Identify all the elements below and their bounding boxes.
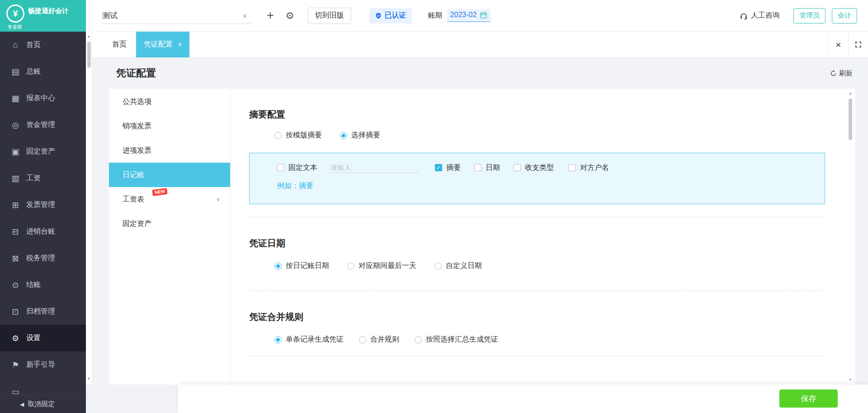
config-item-common-options[interactable]: 公共选项 (109, 89, 230, 114)
sidebar-item-purchase-sale-ledger[interactable]: ⊟ 进销台账 (0, 218, 86, 245)
checkbox-icon[interactable] (514, 164, 521, 171)
settings-gear-button[interactable]: ⚙ (286, 11, 294, 20)
calendar-icon (480, 11, 487, 19)
radio-icon[interactable] (274, 263, 282, 270)
radio-icon[interactable] (415, 336, 422, 343)
sidebar-item-fixed-assets[interactable]: ▣ 固定资产 (0, 138, 86, 165)
summary-example-link[interactable]: 例如：摘要 (277, 181, 825, 191)
config-item-sales-invoice[interactable]: 销项发票 (109, 114, 230, 138)
sidebar-item-archive[interactable]: ⊡ 归档管理 (0, 298, 86, 325)
sidebar-item-home[interactable]: ⌂ 首页 (0, 32, 86, 58)
divider (249, 291, 825, 291)
checkbox-fixed-text[interactable]: 固定文本 (277, 163, 317, 173)
sidebar-item-general-ledger[interactable]: ▤ 总账 (0, 58, 86, 85)
checkbox-date[interactable]: 日期 (474, 163, 500, 173)
sidebar-item-label: 工资 (26, 174, 41, 183)
sidebar-item-invoice-mgmt[interactable]: ⊞ 发票管理 (0, 192, 86, 218)
radio-icon[interactable] (274, 132, 282, 139)
tab-voucher-config[interactable]: 凭证配置 × (136, 32, 189, 57)
sidebar-item-label: 结账 (26, 280, 41, 290)
config-item-label: 固定资产 (123, 219, 151, 229)
config-item-purchase-invoice[interactable]: 进项发票 (109, 138, 230, 163)
switch-old-version-button[interactable]: 切到旧版 (308, 8, 351, 24)
radio-template-summary[interactable]: 按模版摘要 (274, 131, 322, 140)
radio-summarize-by-selection[interactable]: 按照选择汇总生成凭证 (415, 335, 498, 344)
checkbox-income-expense-type[interactable]: 收支类型 (514, 163, 554, 173)
checkbox-summary[interactable]: 摘要 (435, 163, 461, 173)
gear-icon: ⚙ (11, 333, 20, 343)
admin-button[interactable]: 管理员 (793, 8, 826, 23)
radio-icon[interactable] (347, 263, 354, 270)
partial-icon: ▭ (11, 387, 20, 395)
radio-journal-date[interactable]: 按日记账日期 (274, 261, 329, 271)
checkbox-label: 对方户名 (580, 163, 609, 173)
voucher-date-options: 按日记账日期 对应期间最后一天 自定义日期 (274, 261, 825, 271)
save-button[interactable]: 保存 (779, 390, 838, 408)
radio-label: 按模版摘要 (286, 131, 322, 140)
sidebar-item-funds[interactable]: ◎ 资金管理 (0, 112, 86, 138)
sidebar-item-partial[interactable]: ▭ (0, 378, 86, 395)
fullscreen-button[interactable] (848, 32, 868, 57)
accounting-period: 账期 2023-02 (428, 9, 491, 22)
add-button[interactable]: + (267, 9, 274, 22)
app-logo: ¥ 畅捷通好会计 专业版 (0, 0, 86, 32)
chevron-down-icon[interactable]: ∨ (216, 196, 220, 202)
radio-select-summary[interactable]: 选择摘要 (340, 131, 380, 140)
tab-home[interactable]: 首页 (105, 32, 133, 57)
account-set-select[interactable]: 测试 ∨ (101, 8, 251, 24)
checkbox-label: 日期 (486, 163, 500, 173)
scroll-up-icon[interactable]: ▲ (86, 34, 92, 38)
sidebar-item-label: 新手引导 (26, 360, 55, 370)
tax-icon: ⊠ (11, 253, 20, 263)
content-scrollbar-thumb[interactable] (849, 99, 852, 140)
radio-custom-date[interactable]: 自定义日期 (434, 261, 482, 271)
sidebar-item-payroll[interactable]: ▥ 工资 (0, 165, 86, 192)
period-value[interactable]: 2023-02 (447, 9, 491, 22)
summary-fields-row: 固定文本 摘要 日期 (277, 162, 825, 173)
scroll-down-icon[interactable]: ▼ (848, 378, 853, 382)
divider (249, 217, 825, 217)
radio-icon[interactable] (359, 336, 366, 343)
config-item-journal[interactable]: 日记账 (109, 163, 230, 187)
accountant-button[interactable]: 会计 (832, 8, 857, 23)
app-screen: ¥ 畅捷通好会计 专业版 ⌂ 首页 ▤ 总账 ▦ 报表中心 ◎ 资金管理 ▣ (0, 0, 868, 413)
sidebar-item-label: 报表中心 (26, 94, 55, 103)
sidebar-scrollbar-thumb[interactable] (87, 42, 91, 68)
sidebar-item-report-center[interactable]: ▦ 报表中心 (0, 85, 86, 112)
radio-label: 对应期间最后一天 (359, 261, 416, 271)
checkbox-counterparty-name[interactable]: 对方户名 (569, 163, 609, 173)
checkbox-icon[interactable] (474, 164, 481, 171)
sidebar-item-guide[interactable]: ⚑ 新手引导 (0, 352, 86, 378)
unpin-button[interactable]: ◀ 取消固定 (0, 395, 86, 413)
tab-close-icon[interactable]: × (178, 41, 182, 49)
fixed-text-input[interactable] (329, 162, 419, 173)
headset-icon (740, 12, 748, 20)
refresh-button[interactable]: 刷新 (830, 69, 853, 78)
sidebar-item-tax-mgmt[interactable]: ⊠ 税务管理 (0, 245, 86, 272)
radio-label: 自定义日期 (446, 261, 482, 271)
content-scrollbar[interactable]: ▲ ▼ (848, 90, 853, 383)
certified-badge: 已认证 (369, 8, 412, 23)
radio-merge-rule[interactable]: 合并规则 (359, 335, 399, 344)
sidebar-scrollbar[interactable]: ▲ ▼ (86, 0, 92, 385)
radio-icon[interactable] (340, 132, 347, 139)
sidebar-item-closing[interactable]: ⊙ 结账 (0, 272, 86, 298)
radio-period-last-day[interactable]: 对应期间最后一天 (347, 261, 416, 271)
shield-icon (375, 12, 382, 19)
checkbox-icon[interactable] (435, 164, 442, 171)
close-all-tabs-button[interactable]: × (828, 32, 848, 57)
config-menu: 公共选项 销项发票 进项发票 日记账 工资表 NEW ∨ (109, 89, 231, 385)
scroll-down-icon[interactable]: ▼ (86, 377, 92, 381)
radio-icon[interactable] (434, 263, 442, 270)
topbar: 测试 ∨ + ⚙ 切到旧版 已认证 账期 2023-02 (92, 0, 868, 32)
scroll-up-icon[interactable]: ▲ (848, 91, 853, 95)
support-label: 人工咨询 (751, 11, 780, 20)
config-item-payroll-sheet[interactable]: 工资表 NEW ∨ (109, 187, 230, 211)
radio-single-record[interactable]: 单条记录生成凭证 (274, 335, 344, 344)
sidebar-item-settings[interactable]: ⚙ 设置 (0, 325, 86, 352)
checkbox-icon[interactable] (569, 164, 576, 171)
checkbox-icon[interactable] (277, 164, 284, 171)
config-item-fixed-assets[interactable]: 固定资产 (109, 211, 230, 236)
radio-icon[interactable] (274, 336, 282, 343)
support-button[interactable]: 人工咨询 (740, 11, 780, 20)
